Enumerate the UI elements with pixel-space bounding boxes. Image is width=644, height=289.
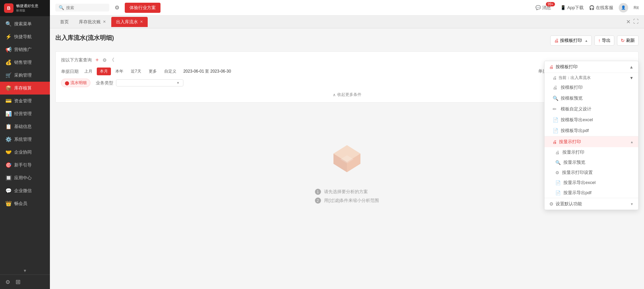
template-custom-icon: ✏ — [553, 106, 558, 112]
sidebar-item-label: 销售管理 — [14, 59, 32, 65]
phone-icon: 📱 — [560, 5, 566, 10]
empty-hint-1: 1 请先选择要分析的方案 — [315, 189, 368, 195]
panel-item-display-print-settings[interactable]: ⚙ 按显示打印设置 — [545, 167, 638, 178]
date-range-display: 2023-06-01 至 2023-06-30 — [183, 69, 231, 74]
panel-current-indicator: 🖨 当前：出入库流水 ▼ — [545, 73, 638, 82]
date-btn-last7[interactable]: 近7天 — [128, 68, 144, 75]
panel-item-template-preview[interactable]: 🔍 按模板预览 — [545, 93, 638, 104]
sidebar-item-purchase[interactable]: 🛒 采购管理 — [0, 69, 50, 82]
sidebar-item-basic[interactable]: 📋 基础信息 — [0, 120, 50, 133]
panel-item-template-excel[interactable]: 📄 按模板导出excel — [545, 114, 638, 125]
refresh-button[interactable]: ↻ 刷新 — [617, 35, 639, 46]
panel-item-display-preview[interactable]: 🔍 按显示预览 — [545, 157, 638, 167]
headset-icon: 🎧 — [589, 5, 594, 10]
panel-footer-default[interactable]: ⚙ 设置默认功能 ▼ — [545, 198, 638, 210]
sidebar-item-enterprise[interactable]: 🤝 企业协同 — [0, 146, 50, 159]
current-arrow-icon: ▼ — [630, 76, 634, 80]
sidebar-item-quick-nav[interactable]: ⚡ 快捷导航 — [0, 30, 50, 43]
industry-solution-button[interactable]: 体验行业方案 — [125, 3, 160, 13]
sidebar-item-guide[interactable]: 🎯 新手引导 — [0, 159, 50, 172]
sidebar-item-operation[interactable]: 📊 经营管理 — [0, 107, 50, 120]
app-download-label: App下载 — [567, 5, 584, 11]
date-btn-last-month[interactable]: 上月 — [81, 68, 95, 75]
sidebar-item-finance[interactable]: 💳 资金管理 — [0, 95, 50, 107]
close-window-icon[interactable]: ✕ — [626, 19, 631, 25]
export-button[interactable]: ↑ 导出 — [594, 35, 614, 46]
tab-flow[interactable]: 出入库流水 ✕ — [111, 17, 148, 27]
display-print-header[interactable]: 🖨 按显示打印 ▲ — [545, 136, 638, 147]
print-button[interactable]: 🖨 按模板打印 ▲ — [550, 35, 592, 46]
panel-chevron-up-icon[interactable]: ▲ — [629, 64, 634, 70]
target-icon: 🎯 — [5, 162, 11, 168]
business-type-select[interactable]: ▼ — [116, 79, 183, 86]
maximize-window-icon[interactable]: ⛶ — [633, 19, 639, 25]
sidebar-item-label: 畅会员 — [14, 201, 27, 207]
panel-item-display-excel[interactable]: 📄 按显示导出excel — [545, 178, 638, 188]
active-filter-tag[interactable]: ⬤ 流水明细 — [61, 79, 90, 87]
filter-tag-icon: ⬤ — [65, 81, 69, 85]
panel-item-label: 按显示打印 — [562, 149, 584, 155]
header-gear-button[interactable]: ⚙ — [113, 3, 121, 12]
display-print-section-icon: 🖨 — [553, 139, 557, 144]
sidebar-scroll-down[interactable]: ▼ — [0, 267, 50, 274]
sidebar-item-system[interactable]: ⚙️ 系统管理 — [0, 133, 50, 146]
empty-hint-2: 2 用[过滤]条件来缩小分析范围 — [315, 198, 379, 204]
chat-icon: 💬 — [5, 188, 11, 194]
logo-icon: B — [4, 3, 13, 13]
sidebar-bottom: ⚙ ⊞ — [0, 274, 50, 289]
filter-label: 按以下方案查询 — [61, 57, 92, 63]
sidebar-item-member[interactable]: 👑 畅会员 — [0, 197, 50, 210]
tab-bar: 首页 库存批次账 ✕ 出入库流水 ✕ ✕ ⛶ — [50, 16, 644, 28]
online-service-button[interactable]: 🎧 在线客服 — [589, 5, 613, 11]
app-download-button[interactable]: 📱 App下载 — [560, 5, 584, 11]
chevron-up-icon: ▲ — [585, 39, 588, 43]
business-type-label: 业务类型 — [96, 80, 113, 86]
main-area: 🔍 ⚙ 体验行业方案 💬 消息 99+ 📱 App下载 🎧 在线客服 👤 Ri — [50, 0, 644, 289]
panel-item-label: 按模板导出pdf — [561, 128, 589, 134]
panel-item-label: 按显示导出pdf — [563, 190, 591, 196]
sidebar-item-sales[interactable]: 💰 销售管理 — [0, 56, 50, 69]
settings-icon[interactable]: ⚙ — [5, 279, 10, 285]
default-settings-icon: ⚙ — [549, 201, 554, 207]
header-search-input[interactable] — [66, 5, 100, 10]
template-print-section: 🖨 按模板打印 🔍 按模板预览 ✏ 模板自定义设计 📄 按模板导出excel 📄 — [545, 82, 638, 136]
tab-batch-close-icon[interactable]: ✕ — [103, 20, 106, 24]
panel-item-template-pdf[interactable]: 📄 按模板导出pdf — [545, 125, 638, 136]
tab-flow-close-icon[interactable]: ✕ — [140, 20, 143, 24]
crown-icon: 👑 — [5, 201, 11, 207]
sidebar-item-marketing[interactable]: 📢 营销推广 — [0, 43, 50, 56]
tab-batch[interactable]: 库存批次账 ✕ — [74, 17, 111, 27]
clipboard-icon: 📋 — [5, 124, 11, 130]
filter-collapse-button[interactable]: 《 — [110, 57, 114, 63]
date-btn-this-month[interactable]: 本月 — [97, 68, 111, 75]
date-btn-custom[interactable]: 自定义 — [161, 68, 179, 75]
sidebar-item-search[interactable]: 🔍 搜索菜单 — [0, 18, 50, 30]
app-logo: B 畅捷通好生意 标准版 — [0, 0, 50, 16]
sidebar-item-appstore[interactable]: 🔲 应用中心 — [0, 172, 50, 184]
sidebar-item-label: 企业协同 — [14, 149, 32, 155]
panel-item-display-pdf[interactable]: 📄 按显示导出pdf — [545, 188, 638, 198]
message-button[interactable]: 💬 消息 99+ — [535, 5, 551, 11]
panel-item-display-print[interactable]: 🖨 按显示打印 — [545, 147, 638, 157]
sidebar-item-label: 快捷导航 — [14, 34, 32, 40]
display-preview-icon: 🔍 — [555, 160, 561, 165]
gear-icon: ⚙️ — [5, 136, 11, 142]
sidebar-item-label: 搜索菜单 — [14, 21, 32, 27]
box-icon: 📦 — [5, 85, 11, 91]
user-avatar[interactable]: 👤 — [619, 3, 628, 12]
sidebar-item-inventory[interactable]: 📦 库存核算 — [0, 82, 50, 95]
collapse-icon[interactable]: ⊞ — [16, 278, 21, 286]
chart-icon: 📊 — [5, 111, 11, 117]
sidebar-item-wechat[interactable]: 💬 企业微信 — [0, 184, 50, 197]
filter-add-button[interactable]: ＋ — [94, 56, 100, 63]
sidebar-item-label: 应用中心 — [14, 175, 32, 181]
panel-item-template-custom[interactable]: ✏ 模板自定义设计 — [545, 104, 638, 114]
header-search-box: 🔍 — [55, 4, 109, 11]
panel-item-template-print[interactable]: 🖨 按模板打印 — [545, 82, 638, 93]
date-btn-this-year[interactable]: 本年 — [112, 68, 126, 75]
message-icon: 💬 — [535, 5, 541, 10]
date-btn-more[interactable]: 更多 — [146, 68, 160, 75]
tab-home[interactable]: 首页 — [55, 17, 74, 27]
filter-setting-button[interactable]: ⚙ — [103, 57, 107, 63]
panel-item-label: 按显示预览 — [563, 159, 585, 165]
